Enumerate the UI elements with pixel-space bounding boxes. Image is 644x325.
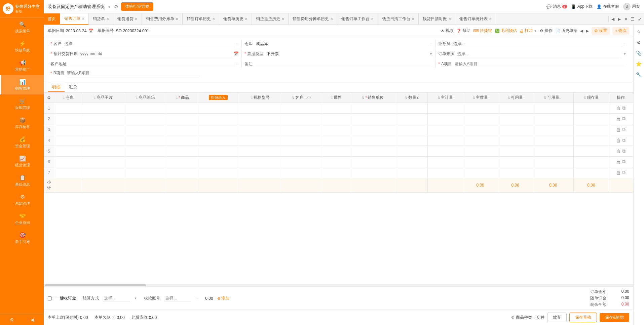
sort-icon[interactable]: ⇅ [93,96,96,99]
tab-prev-arrow[interactable]: ◀ [610,16,616,22]
cell-product[interactable] [166,146,198,157]
tab-close-icon[interactable]: ✕ [82,17,84,21]
message-button[interactable]: 💬 消息 9 [546,4,567,9]
history-action[interactable]: 📄 历史单据 [555,28,577,34]
cell-image[interactable] [82,103,124,114]
sidebar-item-快捷导航[interactable]: ⚡快捷导航 [0,37,44,56]
sort-icon[interactable]: ⇅ [405,96,408,99]
col-spec[interactable]: ⇅规格型号 [239,93,281,103]
sort-icon[interactable]: ⇅ [175,96,178,99]
cell-available2[interactable] [533,146,574,157]
cell-available2[interactable] [533,157,574,167]
detail-tab-明细[interactable]: 明细 [48,83,65,92]
cell-customer_code[interactable] [281,135,322,146]
cell-current[interactable] [574,103,609,114]
account-more-icon[interactable]: ··· [196,296,198,300]
col-code[interactable]: ⇅商品编码 [124,93,166,103]
save-new-button[interactable]: 保存&新增 [600,313,629,322]
profit-action[interactable]: 💹 毛利预估 [495,28,517,34]
delivery-input[interactable] [79,51,232,57]
cell-warehouse[interactable] [54,146,82,157]
sidebar-item-新手引导[interactable]: 🎯新手引导 [0,229,44,248]
tab-close-icon[interactable]: ✕ [448,17,451,21]
sidebar-item-库存核算[interactable]: 📦库存核算 [0,114,44,133]
row-copy-btn[interactable]: ⧉ [622,170,626,175]
cell-main_unit[interactable] [428,146,463,157]
sort-icon[interactable]: ⇅ [438,96,440,99]
cell-attr[interactable] [322,135,350,146]
cell-image[interactable] [82,157,124,167]
cell-customer_code[interactable] [281,103,322,114]
cell-attr[interactable] [322,124,350,135]
detail-tab-汇总[interactable]: 汇总 [65,83,81,92]
payment-input[interactable] [103,295,130,301]
sort-icon[interactable]: ⇅ [250,96,253,99]
cell-attr[interactable] [322,157,350,167]
tab-close-icon[interactable]: ✕ [489,17,492,21]
cell-scan[interactable] [198,167,239,178]
sidebar-item-企业协同[interactable]: 🤝企业协同 [0,209,44,229]
cell-qty2[interactable] [396,124,428,135]
cell-scan[interactable] [198,114,239,124]
tab-销售费用分摊单[interactable]: 销售费用分摊单✕ [142,13,183,25]
cell-main_unit[interactable] [428,114,463,124]
row-delete-btn[interactable]: 🗑 [616,138,621,143]
tab-首页[interactable]: 首页 [44,13,60,25]
cell-available[interactable] [498,114,533,124]
cell-product[interactable] [166,167,198,178]
cell-current[interactable] [574,157,609,167]
tab-expand-icon[interactable]: ⤢ [637,16,643,22]
sidebar-item-资金管理[interactable]: 💰资金管理 [0,133,44,152]
cell-unit[interactable] [350,135,396,146]
row-copy-btn[interactable]: ⧉ [622,116,626,122]
cell-scan[interactable] [198,124,239,135]
right-btn-5[interactable]: 🔧 [635,71,643,79]
row-copy-btn[interactable]: ⧉ [622,137,626,143]
sort-icon[interactable]: ⇅ [330,96,333,99]
cell-qty2[interactable] [396,146,428,157]
cell-code[interactable] [124,103,166,114]
cell-qty2[interactable] [396,114,428,124]
right-btn-4[interactable]: ⭐ [635,60,643,68]
tab-close-icon[interactable]: ✕ [245,17,248,21]
tab-close-icon[interactable]: ✕ [412,17,414,21]
col-main_unit[interactable]: ⇅主计量 [428,93,463,103]
tab-销货单历史[interactable]: 销货单历史✕ [219,13,252,25]
cell-code[interactable] [124,124,166,135]
row-copy-btn[interactable]: ⧉ [622,105,626,111]
cell-warehouse[interactable] [54,103,82,114]
scroll-bar[interactable] [45,284,146,286]
cell-main_qty[interactable] [463,114,498,124]
tab-next-arrow[interactable]: ▶ [616,16,622,22]
online-service-button[interactable]: 👤 在线客服 [597,4,619,9]
solution-button[interactable]: 体验行业方案 [121,2,153,11]
sidebar-item-销售管理[interactable]: 📊销售管理 [0,75,44,94]
col-product[interactable]: ⇅*商品 [166,93,198,103]
cell-warehouse[interactable] [54,114,82,124]
cell-code[interactable] [124,114,166,124]
row-copy-btn[interactable]: ⧉ [622,148,626,154]
calendar-icon[interactable]: 📅 [88,29,93,33]
nav-next-icon[interactable]: ▶ [586,29,589,33]
cell-image[interactable] [82,146,124,157]
cell-main_unit[interactable] [428,135,463,146]
sort-icon[interactable]: ⇅ [362,96,365,99]
cell-unit[interactable] [350,146,396,157]
cell-available2[interactable] [533,103,574,114]
cell-customer_code[interactable] [281,114,322,124]
cell-image[interactable] [82,167,124,178]
row-delete-btn[interactable]: 🗑 [616,116,621,122]
cell-spec[interactable] [239,146,281,157]
cell-available[interactable] [498,167,533,178]
col-qty2[interactable]: ⇅数量2 [396,93,428,103]
col-attr[interactable]: ⇅属性 [322,93,350,103]
sort-icon[interactable]: ⇅ [544,96,546,99]
cell-ops[interactable]: 🗑⧉ [609,167,633,178]
row-delete-btn[interactable]: 🗑 [616,127,621,132]
cell-customer_code[interactable] [281,167,322,178]
cell-unit[interactable] [350,124,396,135]
cell-code[interactable] [124,167,166,178]
row-delete-btn[interactable]: 🗑 [616,106,621,111]
cell-qty2[interactable] [396,167,428,178]
sidebar-item-采购管理[interactable]: 🛒采购管理 [0,94,44,114]
